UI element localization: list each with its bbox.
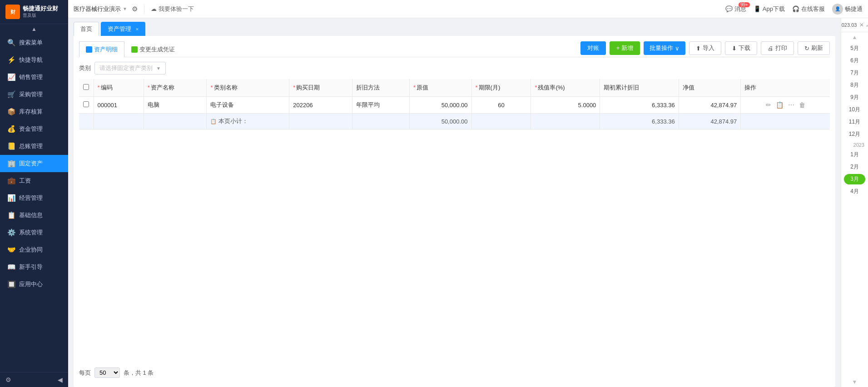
delete-btn[interactable]: 🗑 xyxy=(798,100,806,109)
nav-label-quick-nav: 快捷导航 xyxy=(19,56,43,64)
row-category: 电子设备 xyxy=(207,97,289,114)
user-menu[interactable]: 👤 畅捷通 xyxy=(832,4,863,15)
select-all-checkbox[interactable] xyxy=(83,84,89,90)
timeline-month[interactable]: 5月 xyxy=(841,42,868,55)
sidebar-item-quick-nav[interactable]: ⚡快捷导航 xyxy=(0,51,68,69)
experience-btn[interactable]: ☁ 我要体验一下 xyxy=(151,5,194,13)
row-accumulated-depreciation: 6,333.36 xyxy=(600,97,679,114)
sidebar-item-search[interactable]: 🔍搜索菜单 xyxy=(0,34,68,51)
asset-detail-icon xyxy=(86,46,92,53)
subtotal-net-value: 42,874.97 xyxy=(679,114,741,129)
timeline-month[interactable]: 11月 xyxy=(841,116,868,128)
new-label: + 新增 xyxy=(616,44,633,52)
sidebar-item-operation[interactable]: 📊经营管理 xyxy=(0,189,68,207)
category-filter-label: 类别 xyxy=(79,64,91,72)
customer-service-label: 在线客服 xyxy=(801,5,825,13)
sidebar-nav: 🔍搜索菜单⚡快捷导航📈销售管理🛒采购管理📦库存核算💰资金管理📒总账管理🏢固定资产… xyxy=(0,34,68,372)
new-btn[interactable]: + 新增 xyxy=(610,41,640,55)
timeline-scroll-up-btn[interactable]: ▲ xyxy=(841,32,868,42)
company-selector[interactable]: 医疗器械行业演示 ▼ xyxy=(74,5,127,13)
timeline-month[interactable]: 3月 xyxy=(844,174,865,184)
sidebar-item-basic-info[interactable]: 📋基础信息 xyxy=(0,207,68,224)
more-btn[interactable]: ⋯ xyxy=(787,100,795,109)
tab-home[interactable]: 首页 xyxy=(74,22,99,36)
tab-close-icon[interactable]: × xyxy=(136,26,139,32)
sub-tab-asset-detail[interactable]: 资产明细 xyxy=(79,41,124,57)
sidebar-scroll-up[interactable]: ▲ xyxy=(0,24,68,34)
timeline-month[interactable]: 9月 xyxy=(841,91,868,104)
nav-label-fund: 资金管理 xyxy=(19,125,43,133)
sidebar-settings-btn[interactable]: ⚙ xyxy=(5,376,11,383)
message-btn[interactable]: 💬 消息 99+ xyxy=(725,5,746,13)
th-original-value: *原值 xyxy=(409,79,471,97)
nav-label-guide: 新手引导 xyxy=(19,263,43,271)
download-btn[interactable]: ⬇ 下载 xyxy=(725,41,757,55)
account-label: 对账 xyxy=(587,44,599,52)
batch-arrow-icon: ∨ xyxy=(675,45,680,52)
th-checkbox xyxy=(79,79,94,97)
timeline-year-2023: 2023 xyxy=(841,140,868,149)
timeline-close-btn[interactable]: ✕ xyxy=(859,22,864,28)
row-checkbox[interactable] xyxy=(83,101,89,107)
print-btn[interactable]: 🖨 打印 xyxy=(761,41,794,55)
sidebar-item-fixed-asset[interactable]: 🏢固定资产 xyxy=(0,155,68,172)
sidebar-item-app-center[interactable]: 🔲应用中心 xyxy=(0,276,68,293)
row-original-value: 50,000.00 xyxy=(409,97,471,114)
import-btn[interactable]: ⬆ 导入 xyxy=(689,41,721,55)
timeline-scroll-down-btn[interactable]: ▼ xyxy=(841,377,868,387)
sub-tab-asset-detail-label: 资产明细 xyxy=(94,45,118,54)
timeline-month[interactable]: 1月 xyxy=(841,149,868,161)
sidebar-collapse-btn[interactable]: ◀ xyxy=(58,376,63,383)
nav-icon-quick-nav: ⚡ xyxy=(7,56,15,64)
pagination: 每页 102050100 条，共 1 条 xyxy=(79,364,830,382)
headset-icon: 🎧 xyxy=(792,5,799,12)
batch-btn[interactable]: 批量操作 ∨ xyxy=(644,41,685,55)
sidebar-item-payroll[interactable]: 💼工资 xyxy=(0,172,68,189)
sidebar-item-enterprise[interactable]: 🤝企业协同 xyxy=(0,241,68,258)
sidebar-item-purchase[interactable]: 🛒采购管理 xyxy=(0,86,68,103)
sidebar-item-ledger[interactable]: 📒总账管理 xyxy=(0,138,68,155)
th-period: *期限(月) xyxy=(471,79,531,97)
nav-icon-operation: 📊 xyxy=(7,194,15,202)
refresh-icon: ↻ xyxy=(804,45,809,52)
sub-tab-change-voucher[interactable]: 变更生成凭证 xyxy=(124,41,182,57)
app-download-btn[interactable]: 📱 App下载 xyxy=(754,5,785,13)
timeline-month[interactable]: 8月 xyxy=(841,79,868,91)
download-label: 下载 xyxy=(739,44,750,52)
timeline-month[interactable]: 12月 xyxy=(841,128,868,140)
row-actions: ✏ 📋 ⋯ 🗑 xyxy=(741,97,830,114)
row-checkbox-cell xyxy=(79,97,94,114)
tab-asset-mgmt[interactable]: 资产管理 × xyxy=(101,22,145,36)
copy-btn[interactable]: 📋 xyxy=(775,100,784,109)
category-filter-select[interactable]: 请选择固定资产类别 ▼ xyxy=(94,62,166,74)
sidebar-item-system[interactable]: ⚙️系统管理 xyxy=(0,224,68,241)
refresh-btn[interactable]: ↻ 刷新 xyxy=(798,41,830,55)
topbar-divider xyxy=(144,5,144,14)
sidebar-item-fund[interactable]: 💰资金管理 xyxy=(0,120,68,138)
nav-label-system: 系统管理 xyxy=(19,228,43,237)
account-btn[interactable]: 对账 xyxy=(580,41,606,55)
page-content: 资产明细 变更生成凭证 对账 + 新增 xyxy=(74,36,835,387)
per-page-select[interactable]: 102050100 xyxy=(94,367,120,378)
timeline-month[interactable]: 2月 xyxy=(841,161,868,173)
timeline-expand-btn[interactable]: ⤢ xyxy=(866,22,868,28)
timeline-month[interactable]: 7月 xyxy=(841,67,868,79)
timeline-scroll: 5月6月7月8月9月10月11月12月20231月2月3月4月 xyxy=(841,42,868,377)
nav-icon-basic-info: 📋 xyxy=(7,211,15,219)
customer-service-btn[interactable]: 🎧 在线客服 xyxy=(792,5,825,13)
sidebar-logo: 财 畅捷通好业财 普及版 xyxy=(0,0,68,24)
topbar-gear-icon[interactable]: ⚙ xyxy=(132,5,138,13)
import-icon: ⬆ xyxy=(696,45,701,52)
timeline-month[interactable]: 10月 xyxy=(841,104,868,116)
sidebar-item-inventory[interactable]: 📦库存核算 xyxy=(0,103,68,120)
subtotal-accumulated: 6,333.36 xyxy=(600,114,679,129)
timeline-month[interactable]: 6月 xyxy=(841,55,868,67)
sidebar-item-guide[interactable]: 📖新手引导 xyxy=(0,258,68,276)
timeline-month[interactable]: 4月 xyxy=(841,185,868,198)
topbar: 医疗器械行业演示 ▼ ⚙ ☁ 我要体验一下 💬 消息 99+ 📱 App下载 🎧… xyxy=(68,0,868,18)
sidebar-item-sales[interactable]: 📈销售管理 xyxy=(0,69,68,86)
sub-tabs: 资产明细 变更生成凭证 对账 + 新增 xyxy=(79,41,830,57)
timeline-panel: 2023.03 ✕ ⤢ ▲ 5月6月7月8月9月10月11月12月20231月2… xyxy=(841,18,868,387)
nav-label-inventory: 库存核算 xyxy=(19,108,43,116)
edit-btn[interactable]: ✏ xyxy=(765,100,772,109)
